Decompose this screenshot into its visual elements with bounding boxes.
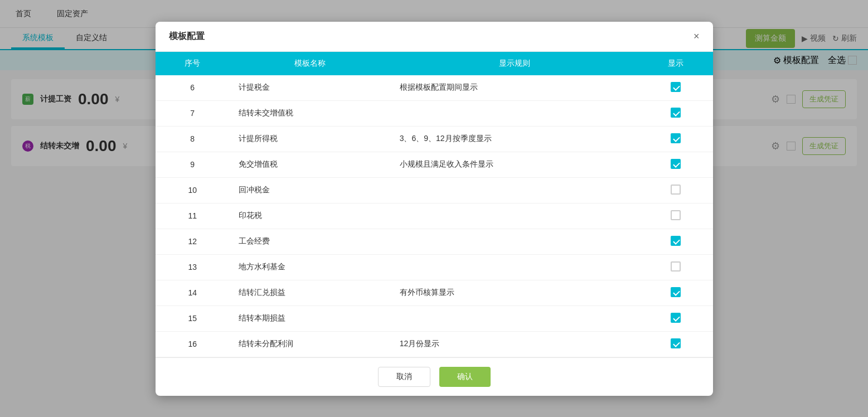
row-checkbox[interactable] — [671, 287, 681, 297]
cell-name: 回冲税金 — [230, 177, 391, 203]
col-header-show: 显示 — [638, 52, 712, 75]
cell-rule: 3、6、9、12月按季度显示 — [391, 126, 638, 152]
template-config-modal: 模板配置 × 序号 模板名称 显示规则 显示 6计提税金根据模板配置期间显示7结… — [156, 22, 713, 396]
cell-name: 结转未分配利润 — [230, 331, 391, 357]
cell-id: 15 — [156, 306, 230, 331]
cell-checkbox — [638, 306, 712, 331]
cell-checkbox — [638, 229, 712, 254]
config-table: 序号 模板名称 显示规则 显示 6计提税金根据模板配置期间显示7结转未交增值税8… — [156, 52, 713, 357]
cell-id: 11 — [156, 203, 230, 229]
row-checkbox[interactable] — [671, 313, 681, 323]
row-checkbox[interactable] — [671, 82, 681, 92]
col-header-id: 序号 — [156, 52, 230, 75]
row-checkbox[interactable] — [671, 133, 681, 143]
cell-name: 工会经费 — [230, 229, 391, 254]
cell-rule — [391, 100, 638, 126]
cell-name: 地方水利基金 — [230, 254, 391, 280]
cell-checkbox — [638, 152, 712, 177]
cell-name: 计提所得税 — [230, 126, 391, 152]
cell-rule: 小规模且满足收入条件显示 — [391, 152, 638, 177]
col-header-name: 模板名称 — [230, 52, 391, 75]
row-checkbox[interactable] — [671, 261, 681, 271]
cell-name: 结转汇兑损益 — [230, 280, 391, 306]
table-row: 15结转本期损益 — [156, 306, 713, 331]
table-row: 9免交增值税小规模且满足收入条件显示 — [156, 152, 713, 177]
cell-id: 9 — [156, 152, 230, 177]
table-row: 16结转未分配利润12月份显示 — [156, 331, 713, 357]
cell-id: 13 — [156, 254, 230, 280]
row-checkbox[interactable] — [671, 185, 681, 195]
cell-name: 免交增值税 — [230, 152, 391, 177]
table-row: 12工会经费 — [156, 229, 713, 254]
cell-id: 7 — [156, 100, 230, 126]
cell-rule — [391, 229, 638, 254]
cell-id: 10 — [156, 177, 230, 203]
table-body: 6计提税金根据模板配置期间显示7结转未交增值税8计提所得税3、6、9、12月按季… — [156, 75, 713, 357]
row-checkbox[interactable] — [671, 338, 681, 348]
row-checkbox[interactable] — [671, 236, 681, 246]
table-row: 10回冲税金 — [156, 177, 713, 203]
cell-checkbox — [638, 126, 712, 152]
cell-checkbox — [638, 177, 712, 203]
cell-name: 印花税 — [230, 203, 391, 229]
table-row: 8计提所得税3、6、9、12月按季度显示 — [156, 126, 713, 152]
modal-overlay: 模板配置 × 序号 模板名称 显示规则 显示 6计提税金根据模板配置期间显示7结… — [0, 0, 868, 417]
cell-id: 6 — [156, 75, 230, 101]
cell-rule — [391, 177, 638, 203]
modal-body: 序号 模板名称 显示规则 显示 6计提税金根据模板配置期间显示7结转未交增值税8… — [156, 52, 713, 357]
cell-checkbox — [638, 100, 712, 126]
cell-name: 结转本期损益 — [230, 306, 391, 331]
cell-checkbox — [638, 331, 712, 357]
cell-id: 8 — [156, 126, 230, 152]
cell-checkbox — [638, 203, 712, 229]
table-row: 11印花税 — [156, 203, 713, 229]
modal-title: 模板配置 — [169, 31, 205, 42]
cell-rule — [391, 254, 638, 280]
cell-rule — [391, 203, 638, 229]
cell-rule: 根据模板配置期间显示 — [391, 75, 638, 101]
cell-checkbox — [638, 254, 712, 280]
table-header: 序号 模板名称 显示规则 显示 — [156, 52, 713, 75]
cancel-button[interactable]: 取消 — [378, 367, 430, 387]
table-row: 7结转未交增值税 — [156, 100, 713, 126]
confirm-button[interactable]: 确认 — [439, 367, 491, 387]
table-row: 13地方水利基金 — [156, 254, 713, 280]
modal-close-button[interactable]: × — [694, 31, 700, 41]
cell-id: 12 — [156, 229, 230, 254]
cell-rule: 12月份显示 — [391, 331, 638, 357]
cell-rule: 有外币核算显示 — [391, 280, 638, 306]
col-header-rule: 显示规则 — [391, 52, 638, 75]
cell-id: 14 — [156, 280, 230, 306]
cell-name: 计提税金 — [230, 75, 391, 101]
cell-rule — [391, 306, 638, 331]
cell-id: 16 — [156, 331, 230, 357]
modal-header: 模板配置 × — [156, 22, 713, 52]
row-checkbox[interactable] — [671, 159, 681, 169]
cell-checkbox — [638, 75, 712, 101]
cell-checkbox — [638, 280, 712, 306]
modal-footer: 取消 确认 — [156, 357, 713, 396]
table-row: 6计提税金根据模板配置期间显示 — [156, 75, 713, 101]
cell-name: 结转未交增值税 — [230, 100, 391, 126]
table-row: 14结转汇兑损益有外币核算显示 — [156, 280, 713, 306]
row-checkbox[interactable] — [671, 210, 681, 220]
row-checkbox[interactable] — [671, 108, 681, 118]
